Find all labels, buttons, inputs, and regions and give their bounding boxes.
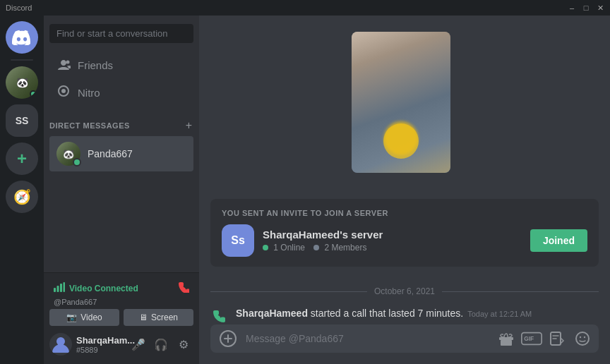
mute-button[interactable]: 🎤 xyxy=(128,334,148,354)
invite-section: YOU SENT AN INVITE TO JOIN A SERVER Ss S… xyxy=(210,199,599,267)
bottom-user-info: SharqaHam... #5889 xyxy=(76,335,124,354)
add-attachment-button[interactable] xyxy=(216,327,240,351)
screen-button[interactable]: 🖥 Screen xyxy=(124,309,193,326)
date-divider-text: October 6, 2021 xyxy=(374,286,435,296)
sticker-button[interactable] xyxy=(546,328,568,349)
msg-1-time: Today at 12:21 AM xyxy=(467,310,532,318)
invite-card-inner: Ss SharqaHameed's server 1 Online 2 Memb… xyxy=(222,224,587,257)
close-button[interactable]: ✕ xyxy=(596,4,604,12)
server-label: SS xyxy=(16,115,29,126)
divider-line-right xyxy=(442,291,599,292)
server-icon-ss-text[interactable]: SS xyxy=(6,104,38,137)
bottom-user-avatar xyxy=(49,333,72,356)
gear-icon: ⚙ xyxy=(179,338,189,351)
discord-home-button[interactable] xyxy=(6,21,38,54)
svg-rect-10 xyxy=(501,340,512,346)
friends-icon xyxy=(56,57,71,73)
video-label: Video xyxy=(80,313,102,322)
panda667-name: Panda667 xyxy=(88,148,186,159)
gif-button[interactable]: GIF xyxy=(521,328,542,349)
join-button[interactable]: Joined xyxy=(530,229,587,252)
video-connected-badge: Video Connected xyxy=(49,279,193,298)
invite-server-info: SharqaHameed's server 1 Online 2 Members xyxy=(263,229,522,253)
add-dm-button[interactable]: + xyxy=(184,118,193,133)
server-sidebar: 🐼 SS + 🧭 xyxy=(0,16,44,364)
profile-card xyxy=(352,32,458,183)
screen-label: Screen xyxy=(151,313,178,322)
dm-sidebar-bottom: Video Connected @Panda667 📷 Video 🖥 Scre… xyxy=(44,272,199,364)
gift-button[interactable] xyxy=(496,328,517,349)
user-settings-button[interactable]: ⚙ xyxy=(174,334,193,354)
deafen-button[interactable]: 🎧 xyxy=(151,334,171,354)
message-input[interactable] xyxy=(246,324,490,353)
dm-user-panda667[interactable]: 🐼 Panda667 xyxy=(49,136,193,171)
compass-icon: 🧭 xyxy=(13,188,31,205)
headphones-icon: 🎧 xyxy=(154,338,168,351)
svg-point-2 xyxy=(61,89,66,93)
online-count: 1 Online xyxy=(263,243,305,253)
video-connected-label: Video Connected xyxy=(69,284,138,293)
msg-1-sender: SharqaHameed xyxy=(236,308,308,319)
message-1-text: SharqaHameed started a call that lasted … xyxy=(236,308,532,319)
minimize-button[interactable]: – xyxy=(568,4,576,12)
app-layout: 🐼 SS + 🧭 xyxy=(0,16,610,364)
svg-point-16 xyxy=(584,336,585,338)
bottom-controls: 🎤 🎧 ⚙ xyxy=(128,334,193,354)
date-divider: October 6, 2021 xyxy=(210,281,599,302)
title-bar-title: Discord xyxy=(6,4,32,12)
add-server-button[interactable]: + xyxy=(6,142,38,175)
invite-server-icon: Ss xyxy=(222,224,254,257)
title-bar: Discord – □ ✕ xyxy=(0,0,610,16)
server-icon-ss[interactable]: 🐼 xyxy=(6,66,38,99)
call-icon-1 xyxy=(210,308,227,324)
svg-point-15 xyxy=(580,336,581,338)
dm-section-title: DIRECT MESSAGES xyxy=(49,121,130,130)
chat-main: YOU SENT AN INVITE TO JOIN A SERVER Ss S… xyxy=(199,16,610,364)
message-1-content: SharqaHameed started a call that lasted … xyxy=(236,306,599,321)
chat-messages: October 6, 2021 SharqaHameed started a c… xyxy=(199,275,610,324)
online-status-dot xyxy=(30,90,37,97)
svg-rect-3 xyxy=(54,288,56,292)
svg-rect-5 xyxy=(60,284,62,292)
panda667-info: Panda667 xyxy=(88,148,186,159)
msg-1-body: started a call that lasted 7 minutes. xyxy=(308,308,463,319)
friends-label: Friends xyxy=(78,59,113,71)
sidebar-item-nitro[interactable]: Nitro xyxy=(49,79,193,107)
sidebar-item-friends[interactable]: Friends xyxy=(49,51,193,79)
svg-rect-9 xyxy=(499,337,513,340)
bottom-discriminator: #5889 xyxy=(76,346,124,354)
svg-point-14 xyxy=(576,332,589,345)
chat-input-box: GIF xyxy=(210,324,599,353)
title-bar-controls: – □ ✕ xyxy=(568,4,604,12)
chat-input-area: GIF xyxy=(199,324,610,364)
divider-line-left xyxy=(210,291,367,292)
emoji-button[interactable] xyxy=(572,328,593,349)
phone-icon[interactable] xyxy=(178,281,189,295)
chat-input-actions: GIF xyxy=(496,328,593,349)
profile-area xyxy=(199,16,610,199)
svg-point-0 xyxy=(66,61,70,64)
panda667-avatar: 🐼 xyxy=(56,142,80,166)
svg-rect-6 xyxy=(64,282,66,292)
video-button[interactable]: 📷 Video xyxy=(49,309,119,326)
profile-avatar xyxy=(352,32,450,173)
nitro-label: Nitro xyxy=(78,87,100,99)
nitro-icon xyxy=(56,85,71,101)
message-1: SharqaHameed started a call that lasted … xyxy=(210,305,599,324)
microphone-icon: 🎤 xyxy=(131,338,145,351)
invite-server-name: SharqaHameed's server xyxy=(263,229,522,241)
members-dot xyxy=(313,245,319,250)
dm-nav: Friends Nitro xyxy=(44,51,199,107)
video-controls-row: 📷 Video 🖥 Screen xyxy=(49,309,193,326)
maximize-button[interactable]: □ xyxy=(582,4,590,12)
online-dot xyxy=(263,245,268,250)
search-input[interactable] xyxy=(49,24,193,43)
members-count: 2 Members xyxy=(313,243,366,253)
bottom-username: SharqaHam... xyxy=(76,335,124,346)
add-icon: + xyxy=(17,149,27,169)
svg-rect-4 xyxy=(57,286,59,292)
dm-search-area xyxy=(44,16,199,51)
bottom-user-area: SharqaHam... #5889 🎤 🎧 ⚙ xyxy=(49,330,193,358)
video-cam-icon: 📷 xyxy=(66,313,77,322)
explore-button[interactable]: 🧭 xyxy=(6,181,38,213)
